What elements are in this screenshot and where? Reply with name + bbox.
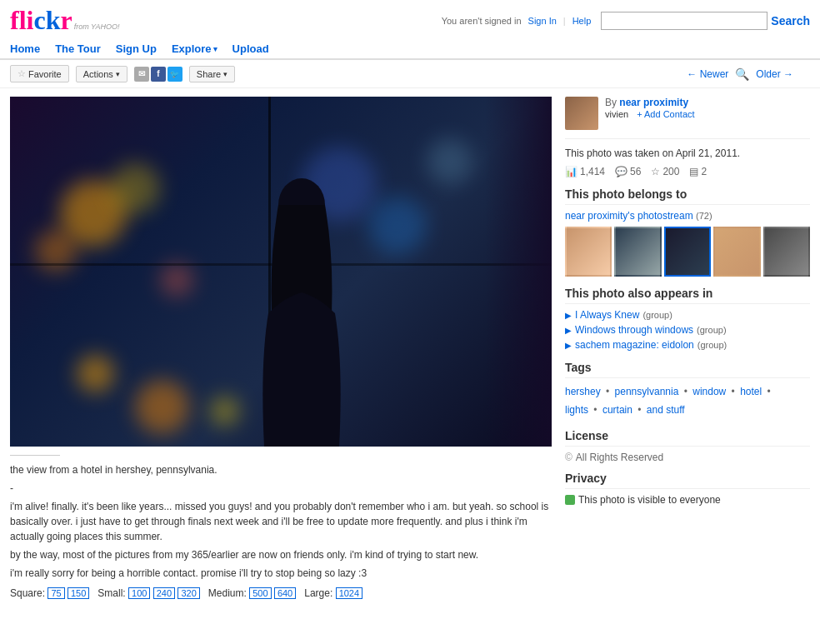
photo-toolbar: ☆ Favorite Actions ▾ ✉ f 🐦 Share ▾ ← New… <box>0 60 820 88</box>
author-name-link[interactable]: near proximity <box>619 97 688 108</box>
photo-sizes: Square: 75 150 Small: 100 240 320 Medium… <box>10 587 552 599</box>
yahoo-tag: from YAHOO! <box>74 22 120 31</box>
tags-section: Tags hershey • pennsylvannia • window • … <box>565 361 810 419</box>
twitter-icon[interactable]: 🐦 <box>168 67 182 82</box>
silhouette-svg <box>243 163 360 447</box>
views-stat: 📊 1,414 <box>565 166 605 177</box>
appears-link-1[interactable]: I Always Knew <box>575 309 639 321</box>
thumb-2[interactable] <box>614 227 661 277</box>
star-icon: ☆ <box>18 68 26 79</box>
group-label-1: (group) <box>642 310 672 320</box>
zoom-icon[interactable]: 🔍 <box>735 67 749 81</box>
views-count: 1,414 <box>580 166 605 177</box>
add-contact-link[interactable]: + Add Contact <box>637 109 694 119</box>
appears-link-2[interactable]: Windows through windows <box>575 324 693 336</box>
nav-signup[interactable]: Sign Up <box>116 42 157 55</box>
privacy-section: Privacy This photo is visible to everyon… <box>565 472 810 506</box>
faves-icon: ☆ <box>651 166 660 177</box>
nav-tour[interactable]: The Tour <box>55 42 101 55</box>
size-150[interactable]: 150 <box>68 587 89 599</box>
sign-in-link[interactable]: Sign In <box>528 16 557 26</box>
nav-upload[interactable]: Upload <box>232 42 269 55</box>
photo-divider <box>10 455 60 456</box>
tag-hotel[interactable]: hotel <box>740 386 762 397</box>
appears-link-3[interactable]: sachem magazine: eidolon <box>575 339 694 351</box>
group-label-2: (group) <box>697 325 726 335</box>
chevron-down-icon: ▾ <box>116 70 120 78</box>
license-section: License © All Rights Reserved <box>565 429 810 463</box>
comments-icon: 💬 <box>615 166 628 177</box>
sidebar: By near proximity vivien + Add Contact T… <box>565 97 810 599</box>
photo-body: i'm alive! finally. it's been like years… <box>10 499 552 544</box>
appears-item-3: ▶ sachem magazine: eidolon (group) <box>565 339 810 351</box>
older-button[interactable]: Older → <box>756 68 793 80</box>
header-auth: You aren't signed in Sign In | Help <box>442 16 592 26</box>
tags-content: hershey • pennsylvannia • window • hotel… <box>565 383 810 419</box>
photo-panel: the view from a hotel in hershey, pennsy… <box>10 97 552 599</box>
size-500[interactable]: 500 <box>249 587 271 599</box>
facebook-icon[interactable]: f <box>151 67 166 82</box>
photo-body2: by the way, most of the pictures from my… <box>10 547 552 562</box>
nav-explore[interactable]: Explore ▾ <box>172 42 218 55</box>
size-75[interactable]: 75 <box>48 587 64 599</box>
comments-stat: 💬 56 <box>615 166 641 177</box>
tag-curtain[interactable]: curtain <box>602 404 632 416</box>
size-1024[interactable]: 1024 <box>336 587 362 599</box>
appears-item-2: ▶ Windows through windows (group) <box>565 324 810 336</box>
photo-caption: the view from a hotel in hershey, pennsy… <box>10 462 552 477</box>
belongs-title: This photo belongs to <box>565 187 810 205</box>
nav-home[interactable]: Home <box>10 42 40 55</box>
appears-item-1: ▶ I Always Knew (group) <box>565 309 810 321</box>
photo-navigation: ← Newer 🔍 Older → <box>687 67 793 81</box>
avatar <box>565 97 598 130</box>
not-signed-in-text: You aren't signed in <box>442 16 522 26</box>
tag-lights[interactable]: lights <box>565 404 588 416</box>
help-link[interactable]: Help <box>572 16 592 26</box>
photostream-link[interactable]: near proximity's photostream <box>565 210 693 222</box>
faves-count: 200 <box>662 166 679 177</box>
thumb-5[interactable] <box>763 227 810 277</box>
size-320[interactable]: 320 <box>178 587 199 599</box>
arrow-icon: ▶ <box>565 341 572 350</box>
arrow-icon: ▶ <box>565 326 572 335</box>
author-sub: vivien <box>605 109 628 119</box>
email-icon[interactable]: ✉ <box>134 67 149 82</box>
square-label: Square: <box>10 587 45 599</box>
size-640[interactable]: 640 <box>274 587 296 599</box>
thumb-4[interactable] <box>713 227 760 277</box>
large-label: Large: <box>304 587 332 599</box>
copyright-icon: © <box>565 452 572 463</box>
main-photo <box>10 97 552 447</box>
photo-date: This photo was taken on April 21, 2011. <box>565 147 810 159</box>
newer-button[interactable]: ← Newer <box>687 68 728 80</box>
tag-pennsylvannia[interactable]: pennsylvannia <box>615 386 679 397</box>
actions-button[interactable]: Actions ▾ <box>76 66 128 82</box>
group-label-3: (group) <box>698 340 727 350</box>
thumb-3[interactable] <box>664 227 711 277</box>
size-100[interactable]: 100 <box>128 587 150 599</box>
views-icon: 📊 <box>565 166 578 177</box>
flickr-logo: flickr from YAHOO! <box>10 5 120 36</box>
search-input[interactable] <box>601 12 768 30</box>
photo-dash: - <box>10 481 552 496</box>
share-button[interactable]: Share ▾ <box>189 66 235 82</box>
privacy-title: Privacy <box>565 472 810 489</box>
size-240[interactable]: 240 <box>153 587 175 599</box>
license-title: License <box>565 429 810 447</box>
tag-hershey[interactable]: hershey <box>565 386 601 397</box>
tag-window[interactable]: window <box>692 386 726 397</box>
search-button[interactable]: Search <box>771 14 810 27</box>
groups-icon: ▤ <box>689 166 698 177</box>
author-info: By near proximity vivien + Add Contact <box>605 97 695 120</box>
favorite-button[interactable]: ☆ Favorite <box>10 65 69 82</box>
arrow-icon: ▶ <box>565 311 572 320</box>
thumb-1[interactable] <box>565 227 612 277</box>
search-area: Search <box>601 12 810 30</box>
photo-description: the view from a hotel in hershey, pennsy… <box>10 462 552 581</box>
small-label: Small: <box>98 587 125 599</box>
main-nav: Home The Tour Sign Up Explore ▾ Upload <box>0 39 820 59</box>
faves-stat: ☆ 200 <box>651 166 679 177</box>
tag-and-stuff[interactable]: and stuff <box>647 404 685 416</box>
tags-title: Tags <box>565 361 810 378</box>
privacy-icon <box>565 495 575 505</box>
